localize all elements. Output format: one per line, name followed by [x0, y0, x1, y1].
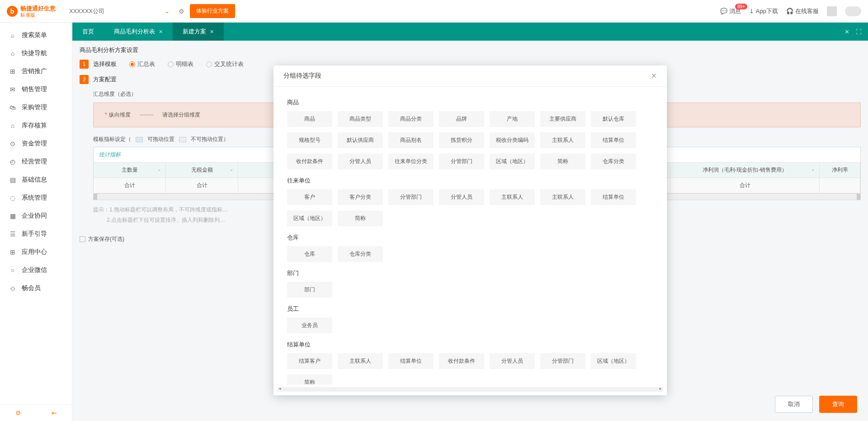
group-label: 商品	[287, 98, 653, 107]
avatar-icon[interactable]	[827, 6, 837, 16]
sidebar-item-label: 企业微信	[22, 266, 47, 274]
field-chip[interactable]: 税收分类编码	[490, 132, 535, 148]
field-chip[interactable]: 分管部门	[388, 189, 434, 205]
field-chip[interactable]: 分管人员	[439, 189, 484, 205]
sidebar-item-0[interactable]: ⌕搜索菜单	[0, 26, 72, 44]
sidebar-item-label: 库存核算	[22, 122, 47, 130]
field-chip[interactable]: 区域（地区）	[591, 353, 636, 369]
sidebar-item-7[interactable]: ◴经营管理	[0, 153, 72, 171]
sidebar-item-label: 采购管理	[22, 103, 47, 112]
field-chip[interactable]: 主联系人	[338, 353, 383, 369]
logo-icon: b	[7, 6, 18, 17]
sidebar-item-10[interactable]: ▦企业协同	[0, 207, 72, 225]
sidebar-item-2[interactable]: ⊞营销推广	[0, 62, 72, 80]
sidebar-item-14[interactable]: ◇畅会员	[0, 279, 72, 297]
app-download-label: App下载	[756, 7, 778, 15]
field-chip[interactable]: 主联系人	[540, 132, 585, 148]
chip-row: 部门	[287, 282, 653, 298]
field-chip[interactable]: 简称	[338, 210, 383, 226]
sidebar-icon: ⌕	[9, 32, 16, 39]
gear-icon[interactable]: ⚙	[179, 8, 184, 15]
field-chip[interactable]: 客户分类	[338, 189, 383, 205]
logo: b 畅捷通好生意 标准版	[7, 4, 56, 19]
chip-row: 结算客户主联系人结算单位收付款条件分管人员分管部门区域（地区）简称	[287, 353, 653, 384]
field-chip[interactable]: 收付款条件	[439, 353, 484, 369]
field-chip[interactable]: 商品类型	[338, 111, 383, 127]
sidebar-item-8[interactable]: ▤基础信息	[0, 171, 72, 189]
user-menu[interactable]	[845, 6, 861, 16]
field-chip[interactable]: 业务员	[287, 318, 332, 333]
sidebar-item-label: 系统管理	[22, 194, 47, 202]
close-icon[interactable]: ✕	[651, 72, 657, 80]
company-name: XXXXXX公司	[69, 7, 104, 15]
field-chip[interactable]: 简称	[287, 374, 332, 384]
online-service-label: 在线客服	[795, 7, 819, 15]
sidebar-icon: ▤	[9, 176, 16, 183]
field-selector-modal: 分组待选字段 ✕ 商品商品商品类型商品分类品牌产地主要供应商默认仓库规格型号默认…	[274, 65, 667, 395]
field-chip[interactable]: 主要供应商	[540, 111, 585, 127]
field-chip[interactable]: 部门	[287, 282, 332, 298]
group-label: 结算单位	[287, 341, 653, 349]
chip-row: 业务员	[287, 318, 653, 333]
industry-plan-button[interactable]: 体验行业方案	[190, 4, 235, 18]
field-chip[interactable]: 结算单位	[388, 353, 434, 369]
field-chip[interactable]: 结算单位	[591, 189, 636, 205]
field-chip[interactable]: 收付款条件	[287, 154, 332, 169]
sidebar-item-label: 营销推广	[22, 67, 47, 75]
field-chip[interactable]: 结算客户	[287, 353, 332, 369]
header-right: 💬 消息 99+ ⤓ App下载 🎧 在线客服	[720, 6, 861, 16]
field-chip[interactable]: 分管人员	[338, 154, 383, 169]
messages-link[interactable]: 💬 消息 99+	[720, 7, 741, 15]
collapse-icon[interactable]: ⇤	[52, 409, 57, 416]
field-chip[interactable]: 规格型号	[287, 132, 332, 148]
app-download-link[interactable]: ⤓ App下载	[749, 7, 778, 15]
field-chip[interactable]: 简称	[540, 154, 585, 169]
field-chip[interactable]: 仓库	[287, 246, 332, 262]
field-chip[interactable]: 客户	[287, 189, 332, 205]
sidebar-icon: ◌	[9, 194, 16, 201]
sidebar-item-9[interactable]: ◌系统管理	[0, 189, 72, 207]
online-service-link[interactable]: 🎧 在线客服	[786, 7, 819, 15]
sidebar-item-label: 搜索菜单	[22, 31, 47, 39]
settings-icon[interactable]: ⚙	[15, 409, 21, 416]
sidebar-item-12[interactable]: ⊞应用中心	[0, 243, 72, 261]
field-chip[interactable]: 区域（地区）	[287, 210, 332, 226]
sidebar-item-3[interactable]: ✉销售管理	[0, 80, 72, 98]
field-chip[interactable]: 拣货积分	[439, 132, 484, 148]
modal-mask: 分组待选字段 ✕ 商品商品商品类型商品分类品牌产地主要供应商默认仓库规格型号默认…	[72, 23, 868, 421]
field-chip[interactable]: 主联系人	[540, 189, 585, 205]
field-chip[interactable]: 品牌	[439, 111, 484, 127]
field-chip[interactable]: 往来单位分类	[388, 154, 434, 169]
sidebar-icon: ⌂	[9, 122, 16, 129]
logo-text: 畅捷通好生意	[20, 5, 56, 12]
headset-icon: 🎧	[786, 8, 793, 14]
sidebar-item-5[interactable]: ⌂库存核算	[0, 117, 72, 135]
field-chip[interactable]: 商品	[287, 111, 332, 127]
modal-header: 分组待选字段 ✕	[274, 65, 667, 87]
field-chip[interactable]: 默认仓库	[591, 111, 636, 127]
field-chip[interactable]: 主联系人	[490, 189, 535, 205]
sidebar-item-4[interactable]: 🛍采购管理	[0, 98, 72, 117]
field-chip[interactable]: 分管人员	[490, 353, 535, 369]
modal-h-scrollbar[interactable]	[277, 387, 663, 392]
logo-subtext: 标准版	[20, 12, 56, 19]
sidebar-item-label: 应用中心	[22, 248, 47, 256]
sidebar-icon: 🛍	[9, 104, 16, 111]
field-chip[interactable]: 分管部门	[540, 353, 585, 369]
sidebar-item-label: 基础信息	[22, 176, 47, 184]
field-chip[interactable]: 产地	[490, 111, 535, 127]
sidebar-item-6[interactable]: ⊙资金管理	[0, 135, 72, 153]
field-chip[interactable]: 商品分类	[388, 111, 434, 127]
field-chip[interactable]: 仓库分类	[591, 154, 636, 169]
company-selector[interactable]: XXXXXX公司 ⌄	[69, 7, 173, 15]
sidebar-item-label: 企业协同	[22, 212, 47, 220]
sidebar-item-13[interactable]: ○企业微信	[0, 261, 72, 279]
field-chip[interactable]: 默认供应商	[338, 132, 383, 148]
field-chip[interactable]: 分管部门	[439, 154, 484, 169]
field-chip[interactable]: 区域（地区）	[490, 154, 535, 169]
field-chip[interactable]: 结算单位	[591, 132, 636, 148]
sidebar-item-1[interactable]: ⌂快捷导航	[0, 44, 72, 62]
field-chip[interactable]: 仓库分类	[338, 246, 383, 262]
sidebar-item-11[interactable]: ☰新手引导	[0, 225, 72, 243]
field-chip[interactable]: 商品别名	[388, 132, 434, 148]
